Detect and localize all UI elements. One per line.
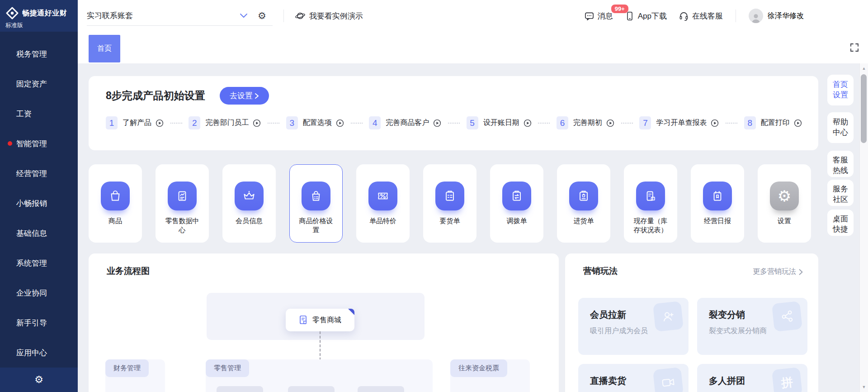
go-setup-button[interactable]: 去设置 (220, 87, 269, 105)
app-card-daily-report[interactable]: 经营日报 (691, 164, 744, 243)
live-video-icon (653, 367, 684, 392)
marketing-card-fission-distribution[interactable]: 裂变分销 裂变式发展分销商 (697, 298, 807, 355)
sidebar-item-collaboration[interactable]: 企业协同 (0, 278, 78, 308)
inventory-doc-icon (636, 182, 665, 210)
play-icon[interactable] (524, 119, 532, 127)
play-icon[interactable] (433, 119, 441, 127)
flow-group-funds-tax-label[interactable]: 往来资金税票 (450, 359, 507, 377)
app-card-label: 单品特价 (356, 216, 410, 225)
rail-service-community-button[interactable]: 服务社区 (827, 180, 854, 206)
sidebar-item-expense[interactable]: 小畅报销 (0, 188, 78, 218)
setup-step-3[interactable]: 3 配置选项 (286, 116, 344, 129)
setup-step-1[interactable]: 1 了解产品 (106, 116, 164, 129)
sidebar-item-payroll[interactable]: 工资 (0, 99, 78, 129)
account-select[interactable]: 实习联系账套 (87, 10, 248, 21)
group-buy-character: 拼 (780, 374, 794, 391)
rail-desktop-shortcut-button[interactable]: 桌面快捷 (827, 210, 854, 236)
rail-help-center-button[interactable]: 帮助中心 (827, 112, 854, 143)
sidebar-item-fixed-assets[interactable]: 固定资产 (0, 69, 78, 99)
demo-link-label: 我要看实例演示 (309, 11, 363, 21)
sidebar-item-system[interactable]: 系统管理 (0, 248, 78, 278)
messages-button[interactable]: 消息 99+ (584, 11, 613, 21)
marketing-card-member-acquisition[interactable]: 会员拉新 吸引用户成为会员 (578, 298, 689, 355)
app-card-transfer-order[interactable]: 调拨单 (490, 164, 543, 243)
rail-home-settings-button[interactable]: 首页设置 (827, 75, 854, 105)
marketing-card-group-buying[interactable]: 拼 多人拼团 拼团购物享受优惠 (697, 364, 807, 392)
flow-group-retail-label[interactable]: 零售管理 (206, 359, 249, 377)
brand-name: 畅捷通好业财 (22, 9, 67, 18)
step-label: 完善部门员工 (205, 118, 249, 128)
edition-label: 标准版 (5, 21, 23, 29)
sidebar-item-smart-management[interactable]: 智能管理 (0, 129, 78, 158)
play-icon[interactable] (253, 119, 261, 127)
settings-gear-icon[interactable]: ⚙ (34, 375, 43, 385)
sidebar-item-label: 企业协同 (16, 288, 47, 298)
more-marketing-link[interactable]: 更多营销玩法 (753, 267, 803, 277)
app-card-label: 商品价格设置 (289, 216, 343, 234)
fullscreen-icon[interactable] (849, 42, 861, 53)
app-card-purchase-order[interactable]: 进货单 (557, 164, 610, 243)
marketing-card-live-selling[interactable]: 直播卖货 场景式购物新玩法 (578, 364, 689, 392)
sidebar-item-app-center[interactable]: 应用中心 (0, 338, 78, 368)
online-service-button[interactable]: 在线客服 (679, 11, 723, 21)
app-card-settings[interactable]: ⚙ 设置 (758, 164, 811, 243)
demo-link[interactable]: 我要看实例演示 (295, 11, 363, 21)
sidebar-item-label: 新手引导 (16, 318, 47, 328)
setup-step-5[interactable]: 5 设开账日期 (467, 116, 532, 129)
sidebar-item-base-info[interactable]: 基础信息 (0, 218, 78, 248)
play-icon[interactable] (794, 119, 802, 127)
step-number: 2 (189, 116, 200, 129)
app-card-stock-quantity[interactable]: 现存量（库存状况表） (624, 164, 677, 243)
flow-group-finance-label[interactable]: 财务管理 (105, 359, 149, 377)
scrollbar-thumb[interactable] (861, 74, 867, 143)
vertical-scrollbar[interactable]: ▲ ▼ (859, 63, 868, 392)
app-download-button[interactable]: App下载 (625, 11, 667, 21)
sidebar-item-tax[interactable]: 税务管理 (0, 39, 78, 69)
app-card-goods-request[interactable]: 要货单 (423, 164, 476, 243)
app-card-price-settings[interactable]: 商品价格设置 (289, 164, 343, 243)
app-card-label: 经营日报 (691, 216, 744, 225)
app-card-goods[interactable]: 商品 (89, 164, 142, 243)
online-service-label: 在线客服 (692, 11, 723, 21)
messages-label: 消息 (598, 11, 613, 21)
sidebar-item-beginner-guide[interactable]: 新手引导 (0, 308, 78, 338)
flow-sub-node (217, 386, 263, 392)
rail-service-hotline-button[interactable]: 客服热线 (827, 151, 854, 177)
share-network-icon (772, 301, 802, 332)
sidebar-item-label: 基础信息 (16, 228, 47, 239)
step-number: 8 (744, 116, 756, 129)
app-card-retail-data-center[interactable]: 零售数据中心 (156, 164, 209, 243)
setup-step-4[interactable]: 4 完善商品客户 (369, 116, 441, 129)
app-card-member-info[interactable]: 会员信息 (222, 164, 276, 243)
account-settings-gear-icon[interactable]: ⚙ (258, 11, 266, 20)
setup-step-6[interactable]: 6 完善期初 (557, 116, 614, 129)
avatar (749, 9, 763, 23)
app-card-item-special-price[interactable]: 单品特价 (356, 164, 410, 243)
flow-group-funds-tax: 往来资金税票 (450, 359, 530, 392)
scrollbar-up-arrow[interactable]: ▲ (860, 66, 868, 71)
play-icon[interactable] (156, 119, 164, 127)
setup-banner-title: 8步完成产品初始设置 (106, 89, 205, 103)
step-label: 完善商品客户 (386, 118, 429, 128)
sidebar-item-business-management[interactable]: 经营管理 (0, 158, 78, 188)
setup-step-2[interactable]: 2 完善部门员工 (189, 116, 261, 129)
clipboard-list-icon (435, 182, 464, 210)
bag-checklist-icon (302, 182, 330, 210)
step-label: 配置选项 (303, 118, 332, 128)
chevron-down-icon (240, 13, 248, 19)
user-menu[interactable]: 徐泽华修改 (749, 9, 804, 23)
scrollbar-down-arrow[interactable]: ▼ (860, 385, 868, 389)
brand-logo-icon (5, 6, 19, 20)
flow-node-retail-mall[interactable]: 零售商城 (286, 309, 354, 331)
tab-home[interactable]: 首页 (89, 35, 120, 62)
setup-step-8[interactable]: 8 配置打印 (744, 116, 802, 129)
logo-block: 畅捷通好业财 标准版 (0, 0, 78, 32)
setup-step-7[interactable]: 7 学习开单查报表 (639, 116, 719, 129)
play-icon[interactable] (711, 119, 719, 127)
report-doc-icon (168, 182, 197, 210)
clipboard-bag-icon (569, 182, 598, 210)
play-icon[interactable] (606, 119, 614, 127)
step-connector (726, 123, 737, 124)
marketing-panel-title: 营销玩法 (583, 265, 618, 277)
play-icon[interactable] (336, 119, 344, 127)
